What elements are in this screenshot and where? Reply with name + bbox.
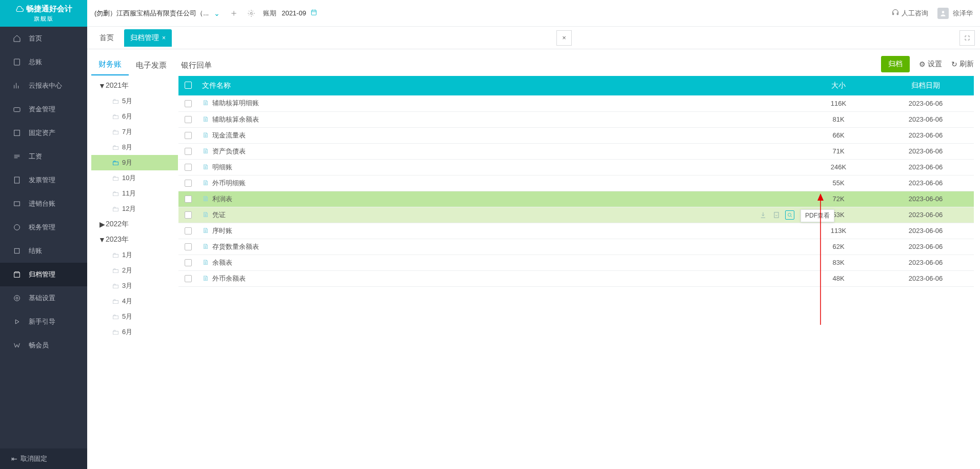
settings-link[interactable]: ⚙设置	[919, 60, 942, 69]
period-value[interactable]: 2021-09	[282, 9, 306, 17]
tree-year-2023[interactable]: ▼2023年	[91, 232, 178, 247]
table-row[interactable]: 🗎存货数量余额表62K2023-06-06	[178, 239, 974, 255]
menu-assets[interactable]: 固定资产	[0, 121, 87, 145]
table-row[interactable]: 🗎现金流量表66K2023-06-06	[178, 127, 974, 143]
tree-month[interactable]: 🗀12月	[91, 201, 178, 217]
table-row[interactable]: 🗎辅助核算余额表81K2023-06-06	[178, 111, 974, 127]
col-size: 大小	[799, 76, 871, 95]
tree-month[interactable]: 🗀10月	[91, 170, 178, 186]
gear-icon[interactable]	[246, 8, 257, 19]
menu-reports[interactable]: 云报表中心	[0, 74, 87, 97]
svg-rect-10	[311, 10, 316, 15]
menu-guide[interactable]: 新手引导	[0, 310, 87, 334]
ledger-icon	[12, 57, 22, 67]
refresh-link[interactable]: ↻刷新	[951, 60, 974, 69]
tree-month[interactable]: 🗀11月	[91, 186, 178, 201]
tree-month[interactable]: 🗀6月	[91, 324, 178, 340]
tree-month[interactable]: 🗀5月	[91, 93, 178, 109]
tree-month[interactable]: 🗀6月	[91, 109, 178, 124]
tree-month[interactable]: 🗀8月	[91, 140, 178, 155]
tree-year-2022[interactable]: ▶2022年	[91, 217, 178, 232]
menu-ledger[interactable]: 总账	[0, 50, 87, 74]
file-name: 凭证	[212, 211, 226, 219]
menu-close[interactable]: 结账	[0, 239, 87, 263]
menu-label: 畅会员	[29, 341, 49, 350]
svg-point-8	[14, 296, 20, 301]
file-icon: 🗎	[202, 258, 209, 266]
month-label: 4月	[122, 297, 132, 306]
row-checkbox[interactable]	[185, 100, 192, 107]
menu-member[interactable]: 畅会员	[0, 334, 87, 357]
tree-month[interactable]: 🗀9月	[91, 155, 178, 170]
tab-close-icon[interactable]: ×	[162, 34, 166, 42]
subtab-bank[interactable]: 银行回单	[174, 55, 219, 75]
company-dropdown[interactable]: ⌄	[214, 9, 220, 17]
row-checkbox[interactable]	[185, 180, 192, 187]
row-checkbox[interactable]	[185, 211, 192, 219]
tax-icon	[12, 223, 22, 232]
support-link[interactable]: 人工咨询	[891, 8, 928, 18]
tree-month[interactable]: 🗀7月	[91, 124, 178, 140]
table-row[interactable]: 🗎余额表83K2023-06-06	[178, 255, 974, 270]
month-label: 5月	[122, 312, 132, 321]
row-checkbox[interactable]	[185, 132, 192, 139]
tree-month[interactable]: 🗀1月	[91, 247, 178, 263]
menu-label: 发票管理	[29, 175, 55, 185]
tab-archive[interactable]: 归档管理 ×	[124, 29, 172, 47]
add-icon[interactable]	[228, 8, 239, 19]
folder-icon: 🗀	[112, 251, 119, 259]
tab-fullscreen[interactable]	[959, 30, 975, 46]
row-checkbox[interactable]	[185, 275, 192, 282]
file-name: 资产负债表	[212, 147, 246, 155]
menu-funds[interactable]: 资金管理	[0, 97, 87, 121]
tree-month[interactable]: 🗀4月	[91, 294, 178, 309]
tree-year-2021[interactable]: ▼2021年	[91, 78, 178, 93]
user-menu[interactable]: 徐泽华	[937, 8, 973, 19]
svg-point-7	[16, 297, 18, 299]
calendar-icon[interactable]	[310, 9, 317, 17]
table-row[interactable]: 🗎利润表72K2023-06-06	[178, 191, 974, 207]
subtab-finance[interactable]: 财务账	[91, 54, 129, 75]
table-row[interactable]: 🗎序时账113K2023-06-06	[178, 223, 974, 239]
archive-button[interactable]: 归档	[881, 56, 910, 72]
gear-icon: ⚙	[919, 60, 926, 68]
table-row[interactable]: 🗎辅助核算明细账116K2023-06-06	[178, 95, 974, 111]
table-row[interactable]: 🗎凭证PDF查看53K2023-06-06	[178, 207, 974, 223]
menu-settings[interactable]: 基础设置	[0, 286, 87, 310]
checkbox-all[interactable]	[185, 82, 192, 89]
play-icon	[12, 317, 22, 326]
menu-salary[interactable]: 工资	[0, 145, 87, 168]
pdf-preview-icon[interactable]	[785, 210, 794, 220]
row-checkbox[interactable]	[185, 116, 192, 123]
month-label: 11月	[122, 189, 136, 198]
menu-home[interactable]: 首页	[0, 27, 87, 50]
menu-archive[interactable]: 归档管理	[0, 263, 87, 286]
svg-rect-3	[14, 177, 19, 183]
table-row[interactable]: 🗎外币余额表48K2023-06-06	[178, 270, 974, 286]
row-checkbox[interactable]	[185, 243, 192, 250]
menu-invoice[interactable]: 发票管理	[0, 168, 87, 192]
file-date: 2023-06-06	[871, 255, 974, 270]
menu-tax[interactable]: 税务管理	[0, 216, 87, 239]
table-row[interactable]: 🗎资产负债表71K2023-06-06	[178, 143, 974, 159]
table-row[interactable]: 🗎外币明细账55K2023-06-06	[178, 175, 974, 191]
tree-month[interactable]: 🗀2月	[91, 263, 178, 278]
sidebar-unpin[interactable]: ⇤ 取消固定	[0, 448, 87, 469]
row-checkbox[interactable]	[185, 259, 192, 266]
row-checkbox[interactable]	[185, 148, 192, 155]
table-row[interactable]: 🗎明细账246K2023-06-06	[178, 159, 974, 175]
chart-icon	[12, 81, 22, 90]
download-excel-icon[interactable]	[758, 210, 768, 220]
row-checkbox[interactable]	[185, 196, 192, 203]
row-checkbox[interactable]	[185, 164, 192, 171]
row-checkbox[interactable]	[185, 227, 192, 234]
menu-inventory[interactable]: 进销台账	[0, 192, 87, 216]
tab-close-all[interactable]: ×	[556, 30, 572, 46]
subtab-einvoice[interactable]: 电子发票	[129, 55, 174, 75]
download-pdf-icon[interactable]	[772, 210, 781, 220]
file-icon: 🗎	[202, 226, 209, 234]
file-name: 现金流量表	[212, 131, 246, 139]
tab-home[interactable]: 首页	[94, 33, 119, 43]
tree-month[interactable]: 🗀3月	[91, 278, 178, 294]
tree-month[interactable]: 🗀5月	[91, 309, 178, 324]
